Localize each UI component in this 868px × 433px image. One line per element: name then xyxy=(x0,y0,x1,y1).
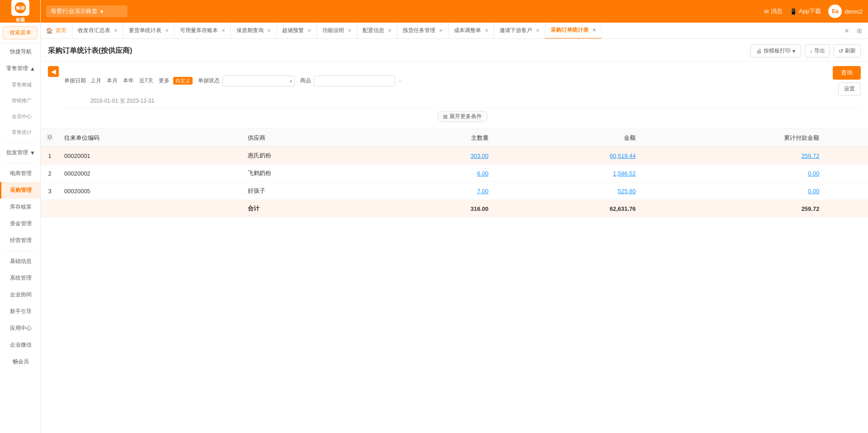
tab-purchase-summary-close[interactable]: ✕ xyxy=(592,28,596,33)
sidebar-item-wechat[interactable]: 企业微信 xyxy=(0,337,40,353)
sidebar-item-vip[interactable]: 畅会员 xyxy=(0,353,40,370)
data-table: 往来单位编码 供应商 主数量 金额 xyxy=(41,129,868,218)
sidebar-item-operation[interactable]: 经营管理 xyxy=(0,232,40,249)
tab-goods-summary-close[interactable]: ✕ xyxy=(165,28,169,33)
column-settings-icon[interactable] xyxy=(46,133,53,141)
shortcut-this-month[interactable]: 本月 xyxy=(105,76,119,86)
tab-stock-ledger[interactable]: 可用量库存账本 ✕ xyxy=(175,23,231,39)
shortcut-7days[interactable]: 近7天 xyxy=(137,76,155,86)
sidebar-item-enterprise[interactable]: 企业协同 xyxy=(0,286,40,303)
app-download-button[interactable]: 📱 App下载 xyxy=(790,7,821,15)
row-num-1: 1 xyxy=(41,147,59,165)
filter-collapse-button[interactable]: ◀ xyxy=(48,66,59,77)
tab-config-info-close[interactable]: ✕ xyxy=(388,28,392,33)
sidebar-item-system[interactable]: 系统管理 xyxy=(0,270,40,286)
table-header: 往来单位编码 供应商 主数量 金额 xyxy=(41,129,868,147)
goods-more-icon[interactable]: ··· xyxy=(398,78,402,84)
tab-receivable-close[interactable]: ✕ xyxy=(114,28,118,33)
search-menu-button[interactable]: 搜索菜单 xyxy=(3,26,38,39)
cell-unit-code-3: 00020005 xyxy=(59,182,242,200)
footer-qty: 316.00 xyxy=(379,200,494,218)
refresh-button[interactable]: ↺ 刷新 xyxy=(834,44,861,57)
tab-invite-downstream[interactable]: 邀请下游客户 ✕ xyxy=(494,23,545,39)
date-filter: 单据日期 上月 本月 本年 近7天 更多 自定义 xyxy=(64,76,193,86)
message-button[interactable]: ✉ 消息 xyxy=(764,7,783,15)
tab-close-all-button[interactable]: ✕ xyxy=(842,26,852,36)
app-logo: 畅捷 标题 xyxy=(0,0,40,23)
workspace-label: 母婴行业演示账套 xyxy=(51,7,98,15)
goods-input[interactable] xyxy=(314,76,395,86)
cell-amount-2[interactable]: 1,586.52 xyxy=(494,165,642,182)
tab-function-desc[interactable]: 功能说明 ✕ xyxy=(317,23,357,39)
shortcut-last-month[interactable]: 上月 xyxy=(89,76,103,86)
cell-paid-2[interactable]: 0.00 xyxy=(641,165,825,182)
status-select[interactable]: 全部 待审核 已审核 xyxy=(222,76,295,86)
tab-pick-task-close[interactable]: ✕ xyxy=(439,28,443,33)
cell-extra-1 xyxy=(825,147,868,165)
workspace-selector[interactable]: 母婴行业演示账套 ▾ xyxy=(46,5,127,17)
tab-goods-summary[interactable]: 要货单统计表 ✕ xyxy=(123,23,175,39)
tab-warranty-label: 保质期查询 xyxy=(236,27,264,34)
sidebar-item-app-center[interactable]: 应用中心 xyxy=(0,320,40,337)
settings-button[interactable]: 设置 xyxy=(838,82,861,95)
footer-extra xyxy=(825,200,868,218)
sidebar-item-retail-mgmt[interactable]: 零售管理 ▲ xyxy=(0,60,40,77)
cell-qty-2[interactable]: 6.00 xyxy=(379,165,494,182)
query-button[interactable]: 查询 xyxy=(833,66,861,80)
sidebar-item-finance[interactable]: 资金管理 xyxy=(0,215,40,232)
sidebar-item-newbie[interactable]: 新手引导 xyxy=(0,303,40,320)
tab-goods-summary-label: 要货单统计表 xyxy=(129,27,161,34)
tab-pick-task[interactable]: 拣货任务管理 ✕ xyxy=(397,23,448,39)
tab-warranty[interactable]: 保质期查询 ✕ xyxy=(231,23,277,39)
tab-cost-adjust[interactable]: 成本调整单 ✕ xyxy=(448,23,494,39)
sidebar-item-retail-stats[interactable]: 零售统计 xyxy=(0,124,40,140)
sidebar-item-basic-info[interactable]: 基础信息 xyxy=(0,253,40,270)
tab-expand-button[interactable]: ⊞ xyxy=(854,26,864,36)
shortcut-more[interactable]: 更多 xyxy=(157,76,171,86)
tab-overstock-close[interactable]: ✕ xyxy=(307,28,311,33)
cell-paid-3[interactable]: 0.00 xyxy=(641,182,825,200)
cell-paid-1[interactable]: 259.72 xyxy=(641,147,825,165)
footer-paid: 259.72 xyxy=(641,200,825,218)
tab-cost-adjust-close[interactable]: ✕ xyxy=(485,28,488,33)
th-unit-code: 往来单位编码 xyxy=(59,129,242,147)
th-qty: 主数量 xyxy=(379,129,494,147)
shortcut-this-year[interactable]: 本年 xyxy=(121,76,136,86)
tab-purchase-summary[interactable]: 采购订单统计表 ✕ xyxy=(545,23,602,39)
tab-function-desc-close[interactable]: ✕ xyxy=(348,28,351,33)
footer-spacer xyxy=(41,200,242,218)
cell-amount-1[interactable]: 60,519.44 xyxy=(494,147,642,165)
tab-warranty-close[interactable]: ✕ xyxy=(267,28,271,33)
expand-label: 展开更多条件 xyxy=(449,113,482,120)
cell-qty-1[interactable]: 303.00 xyxy=(379,147,494,165)
sidebar-item-ecommerce[interactable]: 电商管理 xyxy=(0,165,40,182)
page-content: 采购订单统计表(按供应商) 🖨 按模板打印 ▾ ↓ 导出 ↺ 刷新 xyxy=(41,39,868,433)
cell-qty-3[interactable]: 7.00 xyxy=(379,182,494,200)
tabbar: 🏠 首页 收发存汇总表 ✕ 要货单统计表 ✕ 可用量库存账本 ✕ 保质期查询 ✕… xyxy=(41,23,868,39)
tab-receivable[interactable]: 收发存汇总表 ✕ xyxy=(72,23,123,39)
sidebar-search-section: 搜索菜单 xyxy=(0,23,40,43)
cell-amount-3[interactable]: 525.80 xyxy=(494,182,642,200)
sidebar-item-marketing[interactable]: 营销推广 xyxy=(0,93,40,109)
expand-icon: ⊞ xyxy=(443,114,448,120)
sidebar-item-retail-shop[interactable]: 零售商城 xyxy=(0,77,40,93)
tab-stock-ledger-close[interactable]: ✕ xyxy=(222,28,225,33)
table-footer: 合计 316.00 62,631.76 259.72 xyxy=(41,200,868,218)
user-profile[interactable]: Ea demo2 xyxy=(828,5,863,18)
sidebar-item-wholesale[interactable]: 批发管理 ▼ xyxy=(0,144,40,161)
print-icon: 🖨 xyxy=(756,48,762,54)
expand-more-filters-button[interactable]: ⊞ 展开更多条件 xyxy=(437,111,488,122)
sidebar-item-member[interactable]: 会员中心 xyxy=(0,109,40,124)
tab-overstock[interactable]: 超储预警 ✕ xyxy=(277,23,317,39)
tab-config-info[interactable]: 配置信息 ✕ xyxy=(357,23,397,39)
sidebar-item-shortcut[interactable]: 快捷导航 xyxy=(0,43,40,60)
sidebar-item-inventory[interactable]: 库存核算 xyxy=(0,199,40,215)
goods-filter: 商品 ··· xyxy=(300,76,402,86)
sidebar-item-purchase[interactable]: 采购管理 xyxy=(0,182,40,199)
tab-home[interactable]: 🏠 首页 xyxy=(41,23,72,39)
filter-more-row: ⊞ 展开更多条件 xyxy=(64,108,861,124)
export-button[interactable]: ↓ 导出 xyxy=(805,44,830,57)
th-amount: 金额 xyxy=(494,129,642,147)
tab-invite-downstream-close[interactable]: ✕ xyxy=(536,28,539,33)
print-button[interactable]: 🖨 按模板打印 ▾ xyxy=(750,44,801,57)
